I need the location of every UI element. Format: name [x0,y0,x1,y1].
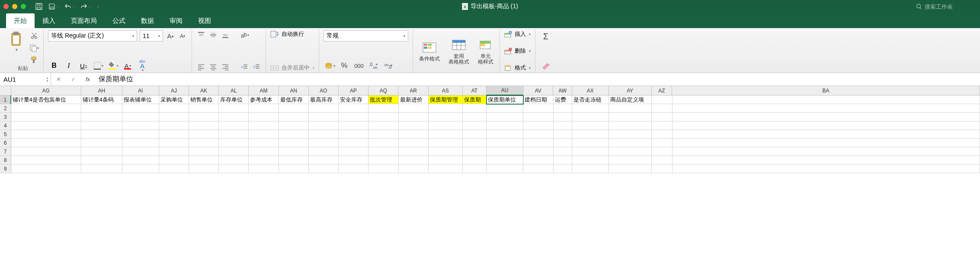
cell-AU5[interactable] [487,130,523,139]
tab-formulas[interactable]: 公式 [105,13,133,28]
cell-AM3[interactable] [249,113,279,121]
cell-AG8[interactable] [11,156,81,165]
cell-AZ7[interactable] [652,147,673,156]
cell-AW3[interactable] [554,113,573,121]
qat-customize-icon[interactable]: ▾ [96,4,99,9]
cell-AX4[interactable] [572,121,609,130]
col-header-AU[interactable]: AU [487,86,523,95]
formula-input[interactable]: 保质期单位 [95,73,980,86]
italic-button[interactable]: I [63,60,75,72]
cell-BA7[interactable] [673,147,980,156]
cell-AU8[interactable] [487,156,523,165]
cell-AJ1[interactable]: 采购单位 [159,95,189,104]
minimize-window[interactable] [12,4,17,9]
cell-AY1[interactable]: 商品自定义项 [609,95,652,104]
cell-AL7[interactable] [219,147,249,156]
increase-decimal-icon[interactable]: .0.00 [368,60,380,72]
cell-AL3[interactable] [219,113,249,121]
cell-AP8[interactable] [339,156,368,165]
cell-AP4[interactable] [339,121,368,130]
cell-AS3[interactable] [429,113,463,121]
cell-AH2[interactable] [81,104,122,113]
format-painter-icon[interactable] [29,55,39,65]
cell-AQ8[interactable] [368,156,398,165]
enter-formula-icon[interactable]: ✓ [66,73,80,86]
col-header-AP[interactable]: AP [339,86,368,95]
cell-AG4[interactable] [11,121,81,130]
row-header-1[interactable]: 1 [0,95,11,104]
cell-AT9[interactable] [463,165,487,173]
cell-AM7[interactable] [249,147,279,156]
cell-AQ1[interactable]: 批次管理 [368,95,398,104]
cell-AY9[interactable] [609,165,652,173]
row-header-6[interactable]: 6 [0,139,11,147]
fx-button[interactable]: fx [80,73,95,86]
align-bottom-icon[interactable] [221,30,230,40]
cell-AU9[interactable] [487,165,523,173]
cell-AG3[interactable] [11,113,81,121]
cell-AL6[interactable] [219,139,249,147]
cell-AT7[interactable] [463,147,487,156]
cell-AQ6[interactable] [368,139,398,147]
autosave-icon[interactable] [35,3,42,10]
cell-AY2[interactable] [609,104,652,113]
delete-cells-button[interactable]: 删除▾ [504,47,531,55]
number-format-combo[interactable]: 常规▾ [323,30,408,41]
cell-AN3[interactable] [279,113,309,121]
cell-AP3[interactable] [339,113,368,121]
orientation-icon[interactable]: ab▾ [240,30,249,40]
align-middle-icon[interactable] [208,30,218,40]
cell-AW4[interactable] [554,121,573,130]
comma-icon[interactable]: 000 [353,60,365,72]
cell-BA4[interactable] [673,121,980,130]
phonetic-button[interactable]: abcA▾ [136,60,148,72]
cell-AR1[interactable]: 最新进价 [399,95,429,104]
percent-icon[interactable]: % [338,60,350,72]
bold-button[interactable]: B [48,60,60,72]
cut-icon[interactable] [29,31,39,41]
cell-AQ2[interactable] [368,104,398,113]
zoom-window[interactable] [21,4,26,9]
cell-AU7[interactable] [487,147,523,156]
cell-AX7[interactable] [572,147,609,156]
cell-AG1[interactable]: 辅计量4是否包装单位 [11,95,81,104]
cell-AV9[interactable] [523,165,553,173]
cell-BA2[interactable] [673,104,980,113]
cell-AJ5[interactable] [159,130,189,139]
cell-AI7[interactable] [122,147,159,156]
namebox-stepper[interactable]: ▲▼ [46,76,49,83]
cell-AI2[interactable] [122,104,159,113]
cell-AV3[interactable] [523,113,553,121]
cell-AX6[interactable] [572,139,609,147]
cell-AO1[interactable]: 最高库存 [309,95,339,104]
cell-BA1[interactable] [673,95,980,104]
row-header-9[interactable]: 9 [0,165,11,173]
cell-AL2[interactable] [219,104,249,113]
cell-AP5[interactable] [339,130,368,139]
border-button[interactable]: ▾ [92,60,104,72]
cell-AS1[interactable]: 保质期管理 [429,95,463,104]
cell-AK9[interactable] [189,165,219,173]
cell-AW6[interactable] [554,139,573,147]
wrap-text-button[interactable]: 自动换行 [270,30,314,38]
cell-AO4[interactable] [309,121,339,130]
fill-color-button[interactable]: ▾ [107,60,119,72]
cell-AV6[interactable] [523,139,553,147]
cell-AN7[interactable] [279,147,309,156]
align-center-icon[interactable] [208,62,218,72]
col-header-AK[interactable]: AK [189,86,219,95]
underline-button[interactable]: U▾ [77,60,90,72]
conditional-format-button[interactable]: 条件格式 [417,39,442,63]
cell-BA3[interactable] [673,113,980,121]
cell-AW1[interactable]: 运费 [554,95,573,104]
increase-indent-icon[interactable] [252,62,261,72]
row-header-3[interactable]: 3 [0,113,11,121]
cell-AX9[interactable] [572,165,609,173]
decrease-indent-icon[interactable] [240,62,249,72]
cell-AL1[interactable]: 库存单位 [219,95,249,104]
cell-AY7[interactable] [609,147,652,156]
col-header-AW[interactable]: AW [553,86,572,95]
col-header-BA[interactable]: BA [672,86,980,95]
cell-AT4[interactable] [463,121,487,130]
col-header-AG[interactable]: AG [11,86,81,95]
